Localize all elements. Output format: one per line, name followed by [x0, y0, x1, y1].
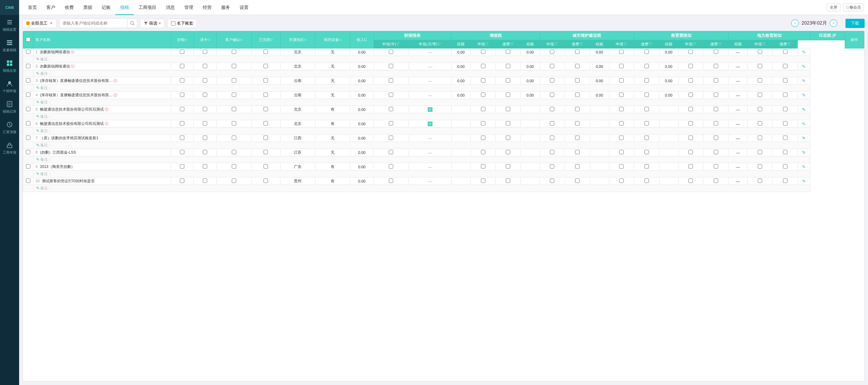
stamp-declare-cell[interactable] [748, 149, 773, 156]
city-fee-cell[interactable] [565, 163, 590, 171]
vat-fee-cell[interactable] [496, 149, 521, 156]
stamp-fee-cell[interactable] [772, 63, 798, 70]
local-declare-cell[interactable] [678, 91, 703, 99]
qingka-cell[interactable] [194, 91, 216, 99]
vat-declare-cell[interactable] [470, 106, 496, 113]
local-fee-cell[interactable] [703, 48, 729, 56]
edu-declare-cell[interactable] [609, 91, 634, 99]
edit-icon[interactable]: ✎ [802, 150, 806, 155]
local-fee-cell[interactable] [703, 134, 729, 142]
cw-annual-cell[interactable] [373, 77, 409, 85]
chaoshui-cell[interactable] [171, 134, 194, 142]
city-declare-cell[interactable] [540, 63, 565, 70]
next-month-button[interactable]: › [830, 19, 837, 27]
local-fee-cell[interactable] [703, 149, 729, 156]
nav-service[interactable]: 服务 [216, 0, 235, 15]
city-fee-cell[interactable] [565, 91, 590, 99]
vat-declare-cell[interactable] [470, 91, 496, 99]
cw-annual-cell[interactable] [373, 134, 409, 142]
confirm-cell[interactable] [216, 48, 251, 56]
vat-declare-cell[interactable] [470, 134, 496, 142]
qingka-cell[interactable] [194, 134, 216, 142]
qingka-cell[interactable] [194, 48, 216, 56]
city-declare-cell[interactable] [540, 91, 565, 99]
sidebar-item-baoshuizonglan[interactable]: 报税总览 [0, 56, 19, 76]
vat-declare-cell[interactable] [470, 149, 496, 156]
nav-bookkeeping[interactable]: 记账 [97, 0, 115, 15]
prev-month-button[interactable]: ‹ [791, 19, 799, 27]
done-cell[interactable] [252, 77, 281, 85]
vat-fee-cell[interactable] [496, 106, 521, 113]
nav-manage[interactable]: 管理 [180, 0, 198, 15]
stamp-declare-cell[interactable] [748, 163, 773, 171]
download-button[interactable]: 下载 [845, 19, 865, 28]
cw-annual-cell[interactable] [373, 149, 409, 156]
edu-declare-cell[interactable] [609, 163, 634, 171]
vat-declare-cell[interactable] [470, 63, 496, 70]
cw-annual-cell[interactable] [373, 177, 409, 185]
local-declare-cell[interactable] [678, 106, 703, 113]
nav-operation[interactable]: 经营 [198, 0, 216, 15]
city-declare-cell[interactable] [540, 120, 565, 128]
edit-icon[interactable]: ✎ [802, 64, 806, 69]
confirm-cell[interactable] [216, 77, 251, 85]
chaoshui-cell[interactable] [171, 91, 194, 99]
cw-annual-cell[interactable] [373, 120, 409, 128]
cw-monthly-cell[interactable]: — [409, 163, 451, 171]
local-declare-cell[interactable] [678, 177, 703, 185]
edu-fee-cell[interactable] [634, 149, 659, 156]
vat-fee-cell[interactable] [496, 177, 521, 185]
qingka-cell[interactable] [194, 77, 216, 85]
row-checkbox[interactable] [23, 163, 33, 171]
nav-customer[interactable]: 客户 [42, 0, 60, 15]
stamp-declare-cell[interactable] [748, 63, 773, 70]
cw-monthly-cell[interactable]: — [409, 91, 451, 99]
action-cell[interactable]: ✎ [798, 106, 810, 113]
search-input[interactable] [59, 18, 128, 28]
nav-ticket[interactable]: 票据 [79, 0, 97, 15]
done-cell[interactable] [252, 106, 281, 113]
local-fee-cell[interactable] [703, 177, 729, 185]
stamp-declare-cell[interactable] [748, 91, 773, 99]
city-declare-cell[interactable] [540, 134, 565, 142]
city-fee-cell[interactable] [565, 77, 590, 85]
cw-monthly-cell[interactable]: — [409, 63, 451, 70]
action-cell[interactable]: ✎ [798, 134, 810, 142]
nav-home[interactable]: 首页 [23, 0, 42, 15]
action-cell[interactable]: ✎ [798, 63, 810, 70]
sidebar-item-huisuanqingjiao[interactable]: 汇算清缴 [0, 117, 19, 138]
nav-settings[interactable]: 设置 [235, 0, 253, 15]
local-declare-cell[interactable] [678, 149, 703, 156]
stamp-fee-cell[interactable] [772, 91, 798, 99]
chaoshui-cell[interactable] [171, 77, 194, 85]
qingka-cell[interactable] [194, 63, 216, 70]
vat-fee-cell[interactable] [496, 134, 521, 142]
done-cell[interactable] [252, 177, 281, 185]
city-declare-cell[interactable] [540, 106, 565, 113]
local-fee-cell[interactable] [703, 63, 729, 70]
confirm-cell[interactable] [216, 91, 251, 99]
main-table-container[interactable]: 客户名称 抄税▽ 清卡▽ 客户确认▽ 已完税▽ 所属地区▽ 税控设备▽ 收入C … [23, 31, 865, 382]
confirm-cell[interactable] [216, 106, 251, 113]
chaoshui-cell[interactable] [171, 120, 194, 128]
local-fee-cell[interactable] [703, 77, 729, 85]
stamp-fee-cell[interactable] [772, 149, 798, 156]
cw-annual-cell[interactable] [373, 48, 409, 56]
row-checkbox[interactable] [23, 149, 33, 156]
edu-fee-cell[interactable] [634, 177, 659, 185]
city-declare-cell[interactable] [540, 177, 565, 185]
stamp-declare-cell[interactable] [748, 106, 773, 113]
cw-monthly-cell[interactable]: — [409, 48, 451, 56]
done-cell[interactable] [252, 63, 281, 70]
vat-declare-cell[interactable] [470, 120, 496, 128]
city-declare-cell[interactable] [540, 149, 565, 156]
confirm-cell[interactable] [216, 134, 251, 142]
local-fee-cell[interactable] [703, 91, 729, 99]
edu-fee-cell[interactable] [634, 77, 659, 85]
named-list-check[interactable] [171, 21, 175, 26]
edu-fee-cell[interactable] [634, 48, 659, 56]
confirm-cell[interactable] [216, 163, 251, 171]
edit-icon[interactable]: ✎ [802, 165, 806, 169]
local-declare-cell[interactable] [678, 63, 703, 70]
stamp-fee-cell[interactable] [772, 48, 798, 56]
